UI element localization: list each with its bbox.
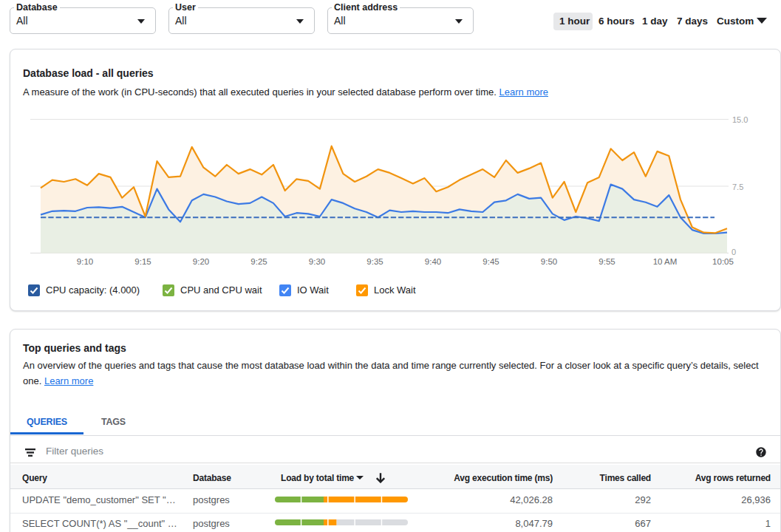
svg-text:9:35: 9:35 <box>366 257 383 266</box>
svg-text:9:55: 9:55 <box>598 257 615 266</box>
svg-text:10 AM: 10 AM <box>653 257 678 266</box>
svg-text:15.0: 15.0 <box>732 115 748 124</box>
svg-text:9:15: 9:15 <box>134 257 151 266</box>
svg-text:9:20: 9:20 <box>193 257 209 266</box>
svg-text:0: 0 <box>731 248 736 256</box>
svg-text:9:30: 9:30 <box>309 257 325 266</box>
svg-text:7.5: 7.5 <box>732 183 743 191</box>
svg-text:9:50: 9:50 <box>541 257 557 266</box>
svg-text:9:25: 9:25 <box>250 257 267 266</box>
svg-text:10:05: 10:05 <box>712 257 734 266</box>
svg-text:9:45: 9:45 <box>482 257 499 266</box>
svg-text:9:10: 9:10 <box>77 257 93 266</box>
svg-text:9:40: 9:40 <box>425 257 441 266</box>
